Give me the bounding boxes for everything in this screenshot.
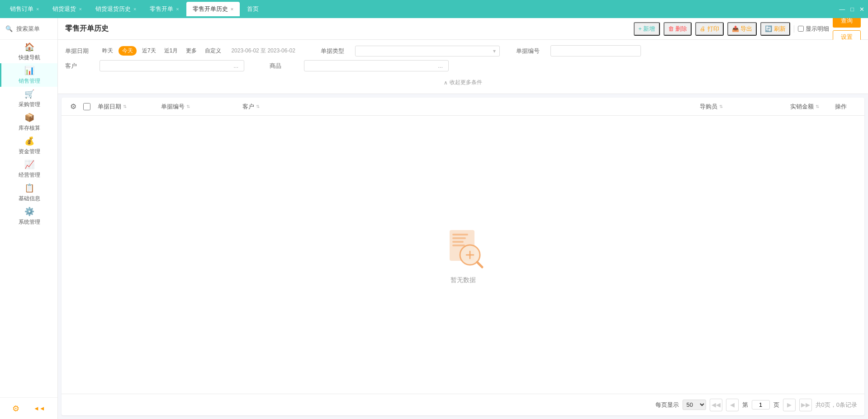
page-total-label: 页 [773,401,779,409]
maximize-btn[interactable]: □ [850,6,854,13]
order-type-label: 单据类型 [321,47,348,55]
sidebar-item-inventory[interactable]: 📦库存核算 [0,110,57,134]
tab-close-sales-return-history[interactable]: × [133,6,136,12]
sidebar-icon-basic-info: 📋 [24,183,34,193]
order-no-input[interactable] [550,45,641,56]
sidebar-label-quick-nav: 快捷导航 [19,54,40,61]
th-customer-sort: ⇅ [256,104,260,109]
tab-retail-open[interactable]: 零售开单× [143,2,185,16]
customer-dots[interactable]: ... [232,62,240,69]
th-amount-label: 实销金额 [790,103,814,111]
svg-rect-4 [452,245,465,246]
minimize-btn[interactable]: — [839,6,845,13]
sidebar-label-finance: 资金管理 [19,148,40,155]
close-btn[interactable]: ✕ [859,6,864,13]
date-label: 单据日期 [65,47,92,55]
goods-label: 商品 [270,62,297,70]
refresh-button[interactable]: 🔄 刷新 [760,22,790,36]
order-no-label: 单据编号 [516,47,543,55]
sidebar-label-system: 系统管理 [19,218,40,226]
display-detail-label[interactable]: 显示明细 [798,25,829,33]
customer-label: 客户 [65,62,92,70]
tab-label-retail-history: 零售开单历史 [193,5,228,13]
tab-close-retail-history[interactable]: × [231,6,233,12]
last-page-btn[interactable]: ▶▶ [799,399,812,411]
total-info: 共0页，0条记录 [816,401,857,409]
tab-label-sales-return-history: 销货退货历史 [95,5,131,13]
th-order-no[interactable]: 单据编号 ⇅ [157,103,239,111]
page-number-input[interactable] [752,400,770,410]
th-order-no-sort: ⇅ [186,104,190,109]
tab-sales-return-history[interactable]: 销货退货历史× [89,2,142,16]
add-button[interactable]: + 新增 [634,22,659,36]
tab-sales-return[interactable]: 销货退货× [46,2,88,16]
page-title: 零售开单历史 [65,24,109,33]
sidebar-item-quick-nav[interactable]: 🏠快捷导航 [0,40,57,63]
filter-row-2: 客户 ... 商品 ... [65,60,861,71]
tab-close-sales-order[interactable]: × [36,6,39,12]
th-guide[interactable]: 导购员 ⇅ [696,103,759,111]
table-section: ⚙ 单据日期 ⇅ 单据编号 ⇅ 客户 ⇅ [62,98,864,415]
prev-page-btn[interactable]: ◀ [726,399,739,411]
print-button[interactable]: 🖨 打印 [695,22,724,36]
per-page-select[interactable]: 50 10 20 100 [683,400,706,410]
sidebar-item-finance[interactable]: 💰资金管理 [0,134,57,157]
sidebar-item-system[interactable]: ⚙️系统管理 [0,204,57,228]
next-page-btn[interactable]: ▶ [783,399,796,411]
empty-state: 暂无数据 [62,116,864,394]
svg-line-6 [477,262,482,267]
sidebar: 🔍 搜索菜单 🏠快捷导航📊销售管理🛒采购管理📦库存核算💰资金管理📈经营管理📋基础… [0,18,58,419]
date-btn-more[interactable]: 更多 [183,46,199,56]
sidebar-settings-icon[interactable]: ⚙ [12,404,19,414]
query-button[interactable]: 查询 [833,18,861,28]
page-header: 零售开单历史 + 新增 🗑 删除 🖨 打印 📤 导出 🔄 刷新 显示明细 查询 … [58,18,868,40]
tab-home[interactable]: 首页 [241,2,265,16]
order-type-select[interactable]: ▾ [355,46,500,56]
sidebar-collapse-icon[interactable]: ◄◄ [33,405,45,412]
tab-sales-order[interactable]: 销售订单× [4,2,45,16]
sidebar-search[interactable]: 🔍 搜索菜单 [0,18,57,40]
svg-rect-1 [452,234,468,235]
th-customer[interactable]: 客户 ⇅ [239,103,696,111]
date-btn-last_month[interactable]: 近1月 [161,46,181,56]
customer-select[interactable]: ... [100,60,244,71]
tab-retail-history[interactable]: 零售开单历史× [186,2,240,16]
th-date[interactable]: 单据日期 ⇅ [94,103,157,111]
tab-label-retail-open: 零售开单 [150,5,173,13]
delete-button[interactable]: 🗑 删除 [664,22,692,36]
sidebar-item-purchase-mgmt[interactable]: 🛒采购管理 [0,87,57,110]
sidebar-item-sales-mgmt[interactable]: 📊销售管理 [0,63,57,87]
empty-icon [441,226,486,271]
svg-rect-3 [452,241,464,243]
select-all-checkbox[interactable] [83,103,90,110]
sidebar-icon-inventory: 📦 [24,113,34,122]
sidebar-bottom: ⚙ ◄◄ [0,397,57,419]
th-guide-sort: ⇅ [719,104,723,109]
sidebar-item-operations[interactable]: 📈经营管理 [0,157,57,181]
tab-close-sales-return[interactable]: × [79,6,81,12]
date-btn-custom[interactable]: 自定义 [202,46,224,56]
sidebar-icon-operations: 📈 [24,160,34,169]
display-detail-text: 显示明细 [806,25,829,33]
date-btn-today[interactable]: 今天 [119,46,137,56]
th-customer-label: 客户 [242,103,254,111]
tab-close-retail-open[interactable]: × [176,6,179,12]
display-detail-checkbox[interactable] [798,26,804,32]
sidebar-label-basic-info: 基础信息 [19,195,40,202]
goods-dots[interactable]: ... [436,62,445,69]
first-page-btn[interactable]: ◀◀ [710,399,722,411]
table-settings-icon[interactable]: ⚙ [67,100,80,113]
collapse-button[interactable]: ∧ 收起更多条件 [442,77,484,88]
pagination: 每页显示 50 10 20 100 ◀◀ ◀ 第 页 ▶ ▶▶ 共0页，0条记录 [62,394,864,415]
date-btn-last7[interactable]: 近7天 [139,46,159,56]
content-area: 零售开单历史 + 新增 🗑 删除 🖨 打印 📤 导出 🔄 刷新 显示明细 查询 … [58,18,868,419]
table-toolbar: ⚙ 单据日期 ⇅ 单据编号 ⇅ 客户 ⇅ [62,98,864,116]
th-amount[interactable]: 实销金额 ⇅ [759,103,823,111]
export-button[interactable]: 📤 导出 [727,22,757,36]
goods-select[interactable]: ... [304,60,449,71]
filter-section: 单据日期 昨天今天近7天近1月更多自定义 2023-06-02 至 2023-0… [58,40,868,94]
date-btn-yesterday[interactable]: 昨天 [100,46,116,56]
sidebar-icon-finance: 💰 [24,136,34,146]
sidebar-label-inventory: 库存核算 [19,124,40,132]
sidebar-item-basic-info[interactable]: 📋基础信息 [0,181,57,204]
